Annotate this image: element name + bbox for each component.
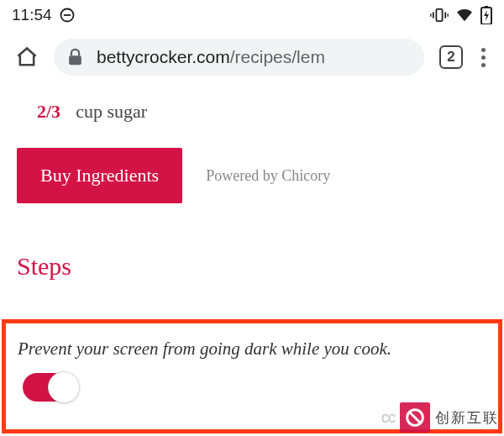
svg-line-12: [409, 412, 421, 423]
svg-rect-8: [485, 6, 488, 8]
url-text: bettycrocker.com/recipes/lem: [97, 47, 325, 67]
svg-rect-3: [433, 12, 434, 18]
prevent-dark-toggle[interactable]: [23, 373, 78, 402]
vibrate-icon: [430, 8, 449, 23]
status-time: 11:54: [12, 6, 52, 24]
svg-marker-9: [484, 10, 489, 21]
buy-ingredients-button[interactable]: Buy Ingredients: [17, 148, 182, 203]
svg-rect-2: [436, 9, 442, 21]
wifi-icon: [455, 8, 474, 23]
toggle-knob: [48, 371, 80, 403]
buy-row: Buy Ingredients Powered by Chicory: [17, 148, 487, 203]
menu-button[interactable]: [478, 48, 489, 67]
watermark-text: 创新互联: [435, 408, 499, 428]
do-not-disturb-icon: [59, 7, 76, 24]
wechat-icon: cc: [381, 409, 395, 427]
watermark: cc 创新互联: [381, 402, 499, 433]
steps-heading: Steps: [17, 252, 487, 281]
status-bar: 11:54: [0, 0, 504, 30]
page-content: 2/3 cup sugar Buy Ingredients Powered by…: [0, 94, 504, 281]
powered-by-label: Powered by Chicory: [206, 167, 330, 185]
lock-icon: [67, 48, 83, 66]
svg-rect-6: [447, 13, 448, 17]
watermark-logo-icon: [400, 402, 430, 433]
url-bar[interactable]: bettycrocker.com/recipes/lem: [54, 39, 424, 76]
tab-switcher-button[interactable]: 2: [439, 45, 463, 69]
svg-rect-5: [430, 13, 431, 17]
home-button[interactable]: [15, 45, 39, 69]
battery-charging-icon: [480, 6, 492, 24]
ingredient-quantity: 2/3: [37, 101, 60, 123]
tab-count: 2: [447, 49, 454, 66]
browser-bar: bettycrocker.com/recipes/lem 2: [0, 30, 504, 94]
prevent-dark-label: Prevent your screen from going dark whil…: [18, 339, 486, 360]
svg-rect-4: [444, 12, 446, 18]
svg-rect-10: [69, 55, 81, 65]
ingredient-name: cup sugar: [76, 101, 147, 123]
ingredient-row: 2/3 cup sugar: [17, 97, 487, 148]
